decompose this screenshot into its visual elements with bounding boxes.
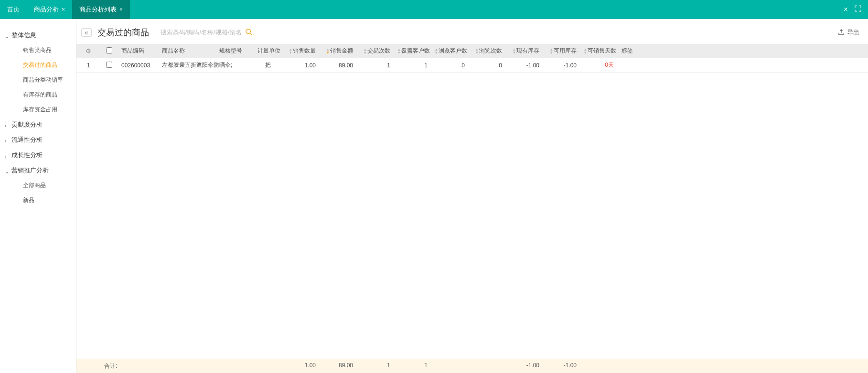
nav-group-marketing[interactable]: ⌄ 营销推广分析	[0, 163, 76, 178]
nav-group-label: 流通性分析	[11, 136, 43, 143]
cell-browse-cust[interactable]: 0	[431, 58, 469, 73]
cell-tx: 1	[357, 58, 394, 73]
nav-item-new-products[interactable]: 新品	[0, 193, 76, 208]
chevron-right-icon: ›	[5, 137, 6, 146]
nav-group-label: 营销推广分析	[11, 167, 49, 174]
cell-cust: 1	[394, 58, 431, 73]
nav-group-liquidity[interactable]: › 流通性分析	[0, 132, 76, 148]
cell-checkbox[interactable]	[100, 58, 118, 73]
nav-item-all-products[interactable]: 全部商品	[0, 178, 76, 193]
tab-label: 商品分析	[34, 5, 59, 14]
export-label: 导出	[847, 28, 859, 37]
nav-group-label: 整体信息	[11, 32, 36, 39]
tab-home[interactable]: 首页	[0, 0, 27, 19]
fullscreen-icon[interactable]	[855, 5, 861, 14]
col-cust[interactable]: ▴▾覆盖客户数	[394, 44, 431, 58]
tab-label: 首页	[7, 5, 20, 14]
cell-unit: 把	[254, 58, 282, 73]
nav-group-overall[interactable]: ⌄ 整体信息	[0, 28, 76, 43]
sort-icon: ▴▾	[584, 48, 587, 54]
nav-item-sales-products[interactable]: 销售类商品	[0, 43, 76, 58]
cell-avail: -1.00	[543, 58, 580, 73]
col-unit[interactable]: 计量单位	[254, 44, 282, 58]
footer-tx: 1	[357, 359, 394, 373]
gear-icon[interactable]: ⚙	[86, 47, 91, 54]
table-footer: 合计: 1.00 89.00 1 1 -1.00 -1.00	[76, 359, 868, 373]
nav-group-label: 成长性分析	[11, 151, 43, 159]
close-icon[interactable]: ×	[119, 6, 123, 13]
footer-avail: -1.00	[543, 359, 580, 373]
data-table: ⚙ 商品编码 商品名称 规格型号 计量单位 ▴▾销售数量 ▴▾销售金额 ▴▾交易…	[76, 44, 868, 73]
tab-product-analysis[interactable]: 商品分析 ×	[27, 0, 72, 19]
col-browse[interactable]: ▴▾浏览次数	[469, 44, 506, 58]
svg-point-0	[246, 29, 250, 33]
page-title: 交易过的商品	[97, 27, 149, 38]
footer-browse-cust	[431, 359, 469, 373]
topbar: « 交易过的商品 导出	[76, 19, 868, 44]
chevron-right-icon: ›	[5, 152, 6, 161]
close-icon[interactable]: ×	[62, 6, 65, 13]
tab-product-analysis-list[interactable]: 商品分析列表 ×	[72, 0, 130, 19]
footer-days	[580, 359, 618, 373]
cell-name: 左都胶囊五折遮阳伞防晒伞;	[158, 58, 215, 73]
cell-days: 0天	[580, 58, 618, 73]
cell-stock: -1.00	[506, 58, 543, 73]
export-icon	[838, 29, 845, 37]
cell-tag	[618, 58, 868, 73]
nav-item-in-stock[interactable]: 有库存的商品	[0, 87, 76, 102]
footer-stock: -1.00	[506, 359, 543, 373]
sort-icon: ▴▾	[513, 48, 515, 54]
export-button[interactable]: 导出	[838, 28, 859, 37]
col-avail[interactable]: ▴▾可用库存	[543, 44, 580, 58]
col-select-all[interactable]	[100, 44, 118, 58]
cell-qty: 1.00	[282, 58, 320, 73]
col-tag[interactable]: 标签	[618, 44, 868, 58]
footer-qty: 1.00	[282, 359, 320, 373]
main-content: « 交易过的商品 导出	[76, 19, 868, 373]
chevron-right-icon: ›	[5, 121, 6, 131]
cell-code: 002600003	[118, 58, 158, 73]
cell-amount: 89.00	[320, 58, 357, 73]
col-stock[interactable]: ▴▾现有库存	[506, 44, 543, 58]
collapse-sidebar-button[interactable]: «	[81, 28, 92, 37]
select-all-checkbox[interactable]	[106, 47, 112, 53]
search-icon[interactable]	[245, 28, 252, 37]
tab-bar-actions: ×	[844, 0, 868, 19]
col-tx[interactable]: ▴▾交易次数	[357, 44, 394, 58]
col-settings[interactable]: ⚙	[76, 44, 100, 58]
search-input[interactable]	[159, 26, 254, 39]
col-name[interactable]: 商品名称	[158, 44, 215, 58]
sort-icon: ▴▾	[364, 48, 366, 54]
col-spec[interactable]: 规格型号	[215, 44, 254, 58]
cell-browse: 0	[469, 58, 506, 73]
sort-icon: ▴▾	[289, 48, 292, 54]
col-amount[interactable]: ▴▾销售金额	[320, 44, 357, 58]
col-code[interactable]: 商品编码	[118, 44, 158, 58]
table-wrap: ⚙ 商品编码 商品名称 规格型号 计量单位 ▴▾销售数量 ▴▾销售金额 ▴▾交易…	[76, 44, 868, 359]
nav-item-traded-products[interactable]: 交易过的商品	[0, 58, 76, 73]
nav-group-growth[interactable]: › 成长性分析	[0, 148, 76, 163]
table-header-row: ⚙ 商品编码 商品名称 规格型号 计量单位 ▴▾销售数量 ▴▾销售金额 ▴▾交易…	[76, 44, 868, 58]
sidebar: ⌄ 整体信息 销售类商品 交易过的商品 商品分类动销率 有库存的商品 库存资金占…	[0, 19, 76, 373]
tab-label: 商品分析列表	[79, 5, 117, 14]
sort-icon: ▴▾	[398, 48, 400, 54]
chevron-down-icon: ⌄	[5, 32, 9, 42]
sort-icon: ▴▾	[550, 48, 553, 54]
nav-group-contribution[interactable]: › 贡献度分析	[0, 117, 76, 132]
footer-cust: 1	[394, 359, 431, 373]
col-browse-cust[interactable]: ▴▾浏览客户数	[431, 44, 469, 58]
sort-icon: ▴▾	[476, 48, 478, 54]
nav-item-stock-capital[interactable]: 库存资金占用	[0, 102, 76, 117]
footer-amount: 89.00	[320, 359, 357, 373]
tab-bar: 首页 商品分析 × 商品分析列表 × ×	[0, 0, 868, 19]
close-all-icon[interactable]: ×	[844, 5, 848, 14]
sort-icon: ▴▾	[435, 48, 438, 54]
row-checkbox[interactable]	[106, 62, 112, 68]
col-qty[interactable]: ▴▾销售数量	[282, 44, 320, 58]
col-days[interactable]: ▴▾可销售天数	[580, 44, 618, 58]
table-row[interactable]: 1 002600003 左都胶囊五折遮阳伞防晒伞; 把 1.00 89.00 1…	[76, 58, 868, 73]
nav-group-label: 贡献度分析	[11, 121, 43, 128]
cell-index: 1	[76, 58, 100, 73]
nav-item-category-rate[interactable]: 商品分类动销率	[0, 73, 76, 87]
footer-browse	[469, 359, 506, 373]
